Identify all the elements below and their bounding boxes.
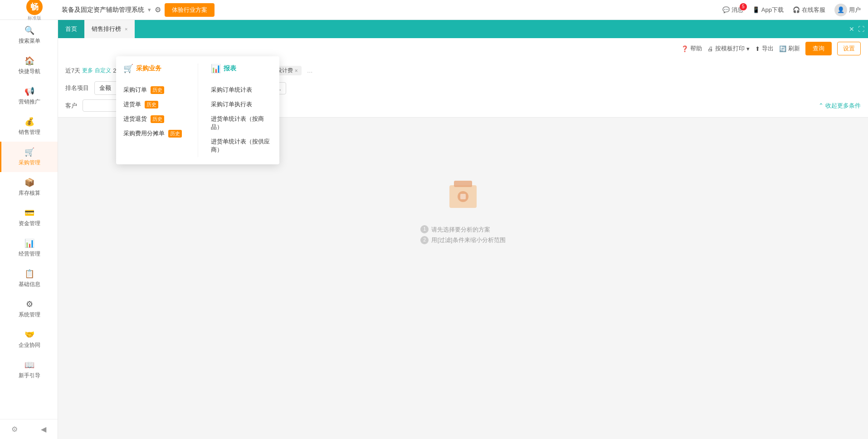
collapse-filter-btn[interactable]: ⌃ 收起更多条件 bbox=[819, 102, 861, 110]
sidebar-item-search[interactable]: 🔍 搜索菜单 bbox=[0, 20, 58, 50]
goods-return-label: 进货退货 bbox=[123, 115, 147, 123]
logo-subtitle: 标准版 bbox=[28, 15, 41, 21]
dropdown-columns: 🛒 采购业务 采购订单 历史 进货单 历史 进货退货 bbox=[123, 64, 272, 157]
sidebar-collapse-btn[interactable]: ◀ bbox=[41, 425, 46, 434]
dropdown-item-report-4[interactable]: 进货单统计表（按供应商） bbox=[211, 134, 273, 157]
tab-home[interactable]: 首页 bbox=[58, 20, 84, 38]
avatar-icon: 👤 bbox=[837, 6, 844, 13]
sidebar-item-capital[interactable]: 💳 资金管理 bbox=[0, 202, 58, 233]
dropdown-item-report-3[interactable]: 进货单统计表（按商品） bbox=[211, 112, 273, 134]
system-settings-icon[interactable]: ⚙ bbox=[155, 5, 161, 14]
help-btn[interactable]: ❓ 帮助 bbox=[681, 44, 702, 53]
main-content: 首页 销售排行榜 × ✕ ⛶ ❓ 帮助 🖨 按模板打印 bbox=[58, 20, 868, 439]
headset-icon: 🎧 bbox=[793, 6, 800, 13]
dropdown-item-purchase-order[interactable]: 采购订单 历史 bbox=[123, 83, 185, 97]
sidebar-item-inventory[interactable]: 📦 库存核算 bbox=[0, 172, 58, 202]
sidebar-item-marketing[interactable]: 📢 营销推广 bbox=[0, 81, 58, 111]
goods-tag-close[interactable]: × bbox=[295, 68, 298, 74]
sidebar-item-purchase-label: 采购管理 bbox=[19, 159, 40, 167]
reports-col: 📊 报表 采购订单统计表 采购订单执行表 进货单统计表（按商品） bbox=[211, 64, 273, 157]
sidebar-item-basic-info-label: 基础信息 bbox=[19, 281, 40, 288]
sidebar-item-enterprise[interactable]: 🤝 企业协同 bbox=[0, 324, 58, 355]
purchase-col-header: 🛒 采购业务 bbox=[123, 64, 185, 77]
customer-label: 客户 bbox=[65, 102, 77, 110]
inventory-icon: 📦 bbox=[24, 178, 34, 187]
settings-btn[interactable]: 设置 bbox=[837, 42, 861, 55]
dropdown-item-goods-return[interactable]: 进货退货 历史 bbox=[123, 112, 185, 126]
sidebar-item-sales[interactable]: 💰 销售管理 bbox=[0, 111, 58, 142]
export-icon: ⬆ bbox=[755, 45, 760, 52]
dropdown-item-purchase-expense[interactable]: 采购费用分摊单 历史 bbox=[123, 126, 185, 141]
collapse-label: 收起更多条件 bbox=[825, 102, 861, 110]
goods-receipt-history-badge: 历史 bbox=[145, 101, 158, 109]
guide-icon: 📖 bbox=[24, 360, 34, 370]
print-btn[interactable]: 🖨 按模板打印 ▾ bbox=[707, 44, 750, 53]
window-close-icon[interactable]: ✕ bbox=[849, 25, 854, 33]
phone-icon: 📱 bbox=[752, 6, 760, 13]
trial-button[interactable]: 体验行业方案 bbox=[165, 3, 215, 17]
sidebar-item-basic-info[interactable]: 📋 基础信息 bbox=[0, 263, 58, 294]
logo-area: 畅 标准版 bbox=[7, 0, 62, 21]
sidebar-bottom: ⚙ ◀ bbox=[0, 419, 58, 439]
app-layout: 🔍 搜索菜单 🏠 快捷导航 📢 营销推广 💰 销售管理 🛒 采购管理 📦 库存核… bbox=[0, 20, 868, 439]
svg-rect-1 bbox=[454, 181, 472, 187]
sidebar-item-guide-label: 新手引导 bbox=[19, 372, 40, 380]
rank-item-label: 排名项目 bbox=[65, 84, 89, 92]
purchase-dropdown-menu: 🛒 采购业务 采购订单 历史 进货单 历史 进货退货 bbox=[116, 56, 279, 164]
sidebar-item-quick-nav[interactable]: 🏠 快捷导航 bbox=[0, 50, 58, 81]
refresh-btn[interactable]: 🔄 刷新 bbox=[779, 44, 800, 53]
svg-rect-3 bbox=[460, 194, 466, 199]
report-2-label: 采购订单执行表 bbox=[211, 100, 252, 109]
dropdown-item-report-1[interactable]: 采购订单统计表 bbox=[211, 83, 273, 97]
message-icon: 💬 bbox=[722, 6, 730, 13]
tab-sales-ranking[interactable]: 销售排行榜 × bbox=[84, 20, 135, 38]
query-btn[interactable]: 查询 bbox=[805, 42, 832, 55]
purchase-col: 🛒 采购业务 采购订单 历史 进货单 历史 进货退货 bbox=[123, 64, 185, 157]
marketing-icon: 📢 bbox=[24, 86, 34, 96]
goods-receipt-label: 进货单 bbox=[123, 100, 141, 109]
purchase-icon: 🛒 bbox=[24, 147, 34, 157]
empty-illustration bbox=[440, 172, 486, 217]
custom-date-btn[interactable]: 自定义 bbox=[95, 67, 111, 74]
tab-close-icon[interactable]: × bbox=[125, 26, 127, 32]
messages-btn[interactable]: 💬 消息 5 bbox=[722, 6, 743, 14]
operations-icon: 📊 bbox=[24, 238, 34, 248]
report-1-label: 采购订单统计表 bbox=[211, 86, 252, 94]
window-maximize-icon[interactable]: ⛶ bbox=[858, 25, 864, 33]
sidebar-settings-btn[interactable]: ⚙ bbox=[11, 425, 18, 434]
tab-bar-right: ✕ ⛶ bbox=[849, 25, 868, 33]
sidebar-item-enterprise-label: 企业协同 bbox=[19, 341, 40, 349]
more-date-btn[interactable]: 更多 bbox=[82, 67, 93, 74]
system-icon: ⚙ bbox=[26, 299, 33, 309]
dropdown-item-goods-receipt[interactable]: 进货单 历史 bbox=[123, 97, 185, 112]
avatar: 👤 bbox=[834, 4, 847, 16]
reports-col-header: 📊 报表 bbox=[211, 64, 273, 77]
page-area: ❓ 帮助 🖨 按模板打印 ▾ ⬆ 导出 🔄 刷新 查询 设置 bbox=[58, 38, 868, 439]
search-icon: 🔍 bbox=[24, 25, 34, 35]
app-download-label: App下载 bbox=[761, 6, 784, 14]
dropdown-item-report-2[interactable]: 采购订单执行表 bbox=[211, 97, 273, 112]
sidebar-item-purchase[interactable]: 🛒 采购管理 bbox=[0, 142, 58, 172]
print-dropdown-icon[interactable]: ▾ bbox=[746, 45, 750, 52]
sidebar-item-system-label: 系统管理 bbox=[19, 311, 40, 319]
dropdown-divider bbox=[198, 64, 198, 157]
system-dropdown-icon[interactable]: ▾ bbox=[148, 6, 151, 13]
tip-text-1: 请先选择要分析的方案 bbox=[431, 224, 490, 235]
reports-col-title: 报表 bbox=[224, 64, 236, 73]
basic-info-icon: 📋 bbox=[24, 269, 34, 279]
help-label: 帮助 bbox=[690, 44, 702, 53]
tip-text-2: 用[过滤]条件来缩小分析范围 bbox=[431, 235, 505, 245]
sales-icon: 💰 bbox=[24, 117, 34, 127]
sidebar-item-guide[interactable]: 📖 新手引导 bbox=[0, 355, 58, 385]
export-btn[interactable]: ⬆ 导出 bbox=[755, 44, 774, 53]
logo-icon: 畅 bbox=[26, 0, 43, 15]
goods-more-icon[interactable]: … bbox=[307, 67, 313, 74]
sidebar-item-capital-label: 资金管理 bbox=[19, 220, 40, 227]
app-download-btn[interactable]: 📱 App下载 bbox=[752, 6, 784, 14]
user-btn[interactable]: 👤 用户 bbox=[834, 4, 861, 16]
sidebar-item-operations[interactable]: 📊 经营管理 bbox=[0, 233, 58, 263]
topbar: 畅 标准版 装备及固定资产辅助管理系统 ▾ ⚙ 体验行业方案 💬 消息 5 📱 … bbox=[0, 0, 868, 20]
sidebar-item-system[interactable]: ⚙ 系统管理 bbox=[0, 294, 58, 324]
online-service-btn[interactable]: 🎧 在线客服 bbox=[793, 6, 825, 14]
system-name: 装备及固定资产辅助管理系统 bbox=[62, 6, 144, 14]
